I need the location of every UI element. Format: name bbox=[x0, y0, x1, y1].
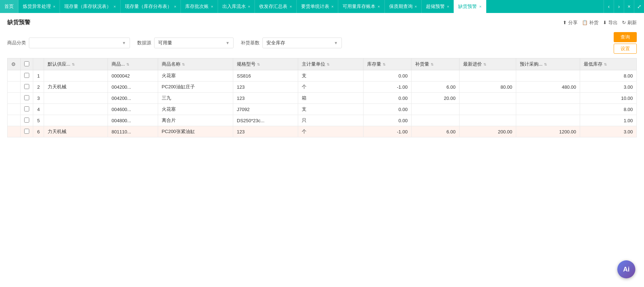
tab-shortage-warn[interactable]: 缺货预警 × bbox=[454, 0, 486, 13]
cell-supplier-5: 力天机械 bbox=[44, 126, 108, 137]
nav-prev-btn[interactable]: ‹ bbox=[604, 0, 614, 13]
close-tab-demand-stat[interactable]: × bbox=[331, 4, 334, 9]
cell-checkbox-5 bbox=[21, 126, 33, 137]
nav-arrows: ‹ › × ⤢ bbox=[604, 0, 644, 13]
row-checkbox-0[interactable] bbox=[24, 73, 29, 78]
col-spec-header[interactable]: 规格型号 ⇅ bbox=[233, 58, 298, 70]
gear-icon[interactable]: ⚙ bbox=[11, 61, 16, 67]
col-restock-header[interactable]: 补货量 ⇅ bbox=[412, 58, 460, 70]
tab-inventory-status[interactable]: 现存量（库存状况表） × bbox=[60, 0, 120, 13]
cell-unit-2: 箱 bbox=[298, 93, 364, 104]
close-tab-overstock-warn[interactable]: × bbox=[447, 4, 449, 9]
close-tab-inventory-dist[interactable]: × bbox=[174, 4, 176, 9]
tab-overstock-warn[interactable]: 超储预警 × bbox=[422, 0, 454, 13]
select-all-checkbox[interactable] bbox=[24, 61, 29, 66]
query-button[interactable]: 查询 bbox=[614, 32, 637, 42]
category-label: 商品分类 bbox=[7, 40, 26, 46]
table-header-row: ⚙ 默认供应... ⇅ 商品... ⇅ bbox=[8, 58, 637, 70]
col-price-header[interactable]: 最新进价 ⇅ bbox=[460, 58, 516, 70]
row-checkbox-5[interactable] bbox=[24, 129, 29, 134]
col-supplier-header[interactable]: 默认供应... ⇅ bbox=[44, 58, 108, 70]
col-min-stock-header[interactable]: 最低库存 ⇅ bbox=[580, 58, 636, 70]
restock-base-select[interactable]: 安全库存 ▼ bbox=[262, 37, 342, 48]
nav-next-btn[interactable]: › bbox=[614, 0, 624, 13]
refresh-button[interactable]: ↻ 刷新 bbox=[622, 19, 637, 26]
cell-supplier-3 bbox=[44, 104, 108, 115]
cell-supplier-0 bbox=[44, 70, 108, 81]
filter-actions: 查询 设置 bbox=[614, 32, 637, 54]
tab-expiry-query[interactable]: 保质期查询 × bbox=[385, 0, 422, 13]
tab-inventory-dist[interactable]: 现存量（库存分布表） × bbox=[121, 0, 181, 13]
close-tab-batch-account[interactable]: × bbox=[211, 4, 213, 9]
data-table: ⚙ 默认供应... ⇅ 商品... ⇅ bbox=[7, 58, 637, 137]
cell-stock-5: -1.00 bbox=[364, 126, 412, 137]
row-checkbox-1[interactable] bbox=[24, 84, 29, 89]
row-checkbox-3[interactable] bbox=[24, 106, 29, 111]
nav-close-all-btn[interactable]: × bbox=[624, 0, 634, 13]
tab-available-ledger[interactable]: 可用量库存账本 × bbox=[338, 0, 384, 13]
share-button[interactable]: ⬆ 分享 bbox=[563, 19, 578, 26]
restock-base-label: 补货基数 bbox=[241, 40, 260, 46]
sort-code-icon: ⇅ bbox=[126, 62, 129, 66]
cell-restock-5: 6.00 bbox=[412, 126, 460, 137]
row-checkbox-2[interactable] bbox=[24, 95, 29, 100]
restock-button[interactable]: 📋 补货 bbox=[582, 19, 599, 26]
col-stock-header[interactable]: 库存量 ⇅ bbox=[364, 58, 412, 70]
cell-price-4 bbox=[460, 115, 516, 126]
col-code-header[interactable]: 商品... ⇅ bbox=[108, 58, 158, 70]
table-row: 2 力天机械 004200... PC200油缸庄子 123 个 -1.00 6… bbox=[8, 81, 637, 93]
sort-stock-icon: ⇅ bbox=[383, 62, 386, 66]
col-unit-header[interactable]: 主计量单位 ⇅ bbox=[298, 58, 364, 70]
table-row: 5 004800... 离合片 DS250*23c... 只 0.00 1.00 bbox=[8, 115, 637, 126]
datasource-value: 可用量 bbox=[158, 40, 172, 46]
cell-spec-0: SS816 bbox=[233, 70, 298, 81]
settings-button[interactable]: 设置 bbox=[614, 44, 637, 54]
tab-demand-stat[interactable]: 要货单统计表 × bbox=[297, 0, 338, 13]
row-checkbox-4[interactable] bbox=[24, 118, 29, 123]
cell-name-5: PC200张紧油缸 bbox=[158, 126, 233, 137]
cell-spec-5: 123 bbox=[233, 126, 298, 137]
close-tab-inventory-status[interactable]: × bbox=[113, 4, 116, 9]
cell-seq-5: 6 bbox=[33, 126, 44, 137]
datasource-arrow-icon: ▼ bbox=[226, 41, 230, 45]
datasource-label: 数据源 bbox=[137, 40, 151, 46]
table-row: 3 004200... 三九 123 箱 0.00 20.00 10.00 bbox=[8, 93, 637, 104]
cell-restock-3 bbox=[412, 104, 460, 115]
tab-recv-summary[interactable]: 收发存汇总表 × bbox=[255, 0, 296, 13]
export-button[interactable]: ⬇ 导出 bbox=[603, 19, 618, 26]
cell-stock-2: 0.00 bbox=[364, 93, 412, 104]
close-tab-inout-flow[interactable]: × bbox=[248, 4, 250, 9]
tab-inout-flow[interactable]: 出入库流水 × bbox=[218, 0, 255, 13]
close-tab-available-ledger[interactable]: × bbox=[378, 4, 380, 9]
close-tab-expiry-query[interactable]: × bbox=[415, 4, 417, 9]
col-checkbox-header bbox=[21, 58, 33, 70]
cell-gear-4 bbox=[8, 115, 21, 126]
category-filter-group: 商品分类 ▼ bbox=[7, 37, 130, 48]
cell-seq-4: 5 bbox=[33, 115, 44, 126]
cell-checkbox-3 bbox=[21, 104, 33, 115]
nav-fullscreen-btn[interactable]: ⤢ bbox=[634, 0, 644, 13]
tab-abnormal[interactable]: 炼货异常处理 × bbox=[18, 0, 60, 13]
cell-unit-0: 支 bbox=[298, 70, 364, 81]
cell-min-stock-2: 10.00 bbox=[580, 93, 636, 104]
datasource-select[interactable]: 可用量 ▼ bbox=[154, 37, 234, 48]
ai-assistant-button[interactable]: Ai bbox=[617, 260, 635, 278]
cell-est-5: 1200.00 bbox=[516, 126, 580, 137]
close-tab-abnormal[interactable]: × bbox=[53, 4, 55, 9]
col-est-header[interactable]: 预计采购... ⇅ bbox=[516, 58, 580, 70]
category-select[interactable]: ▼ bbox=[29, 37, 130, 48]
cell-name-3: 火花塞 bbox=[158, 104, 233, 115]
page-content: 缺货预警 ⬆ 分享 📋 补货 ⬇ 导出 ↻ 刷新 商品分类 bbox=[0, 13, 644, 287]
restock-base-arrow-icon: ▼ bbox=[334, 41, 338, 45]
cell-price-1: 80.00 bbox=[460, 81, 516, 93]
tab-home[interactable]: 首页 bbox=[0, 0, 18, 13]
cell-min-stock-1: 3.00 bbox=[580, 81, 636, 93]
header-actions: ⬆ 分享 📋 补货 ⬇ 导出 ↻ 刷新 bbox=[563, 19, 637, 26]
tab-batch-account[interactable]: 库存批次账 × bbox=[181, 0, 218, 13]
close-tab-recv-summary[interactable]: × bbox=[290, 4, 292, 9]
cell-seq-2: 3 bbox=[33, 93, 44, 104]
cell-unit-1: 个 bbox=[298, 81, 364, 93]
share-icon: ⬆ bbox=[563, 20, 567, 25]
close-tab-shortage-warn[interactable]: × bbox=[479, 4, 481, 9]
col-name-header[interactable]: 商品名称 ⇅ bbox=[158, 58, 233, 70]
